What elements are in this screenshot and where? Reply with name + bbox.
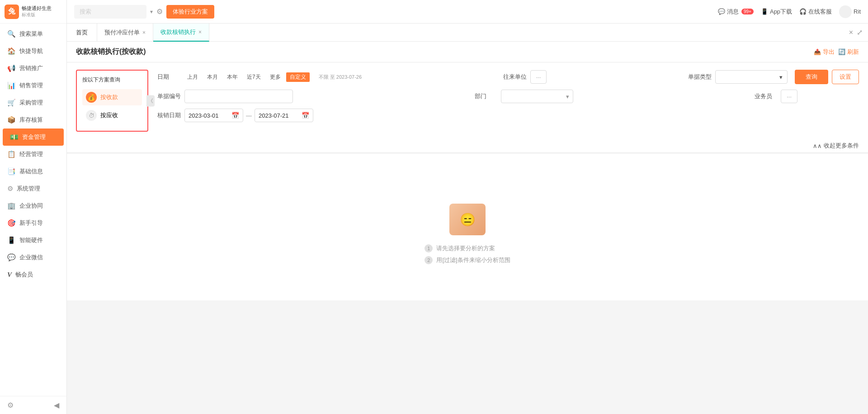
sidebar-item-finance[interactable]: 💵 资金管理: [3, 128, 64, 146]
sidebar-item-label: 智能硬件: [19, 236, 43, 244]
doc-type-chevron-icon: ▾: [779, 74, 783, 81]
sidebar-item-marketing[interactable]: 📢 营销推广: [0, 60, 66, 77]
sidebar-item-basic-info[interactable]: 📑 基础信息: [0, 163, 66, 180]
doc-type-label: 单据类型: [688, 73, 712, 81]
empty-hint-2: 2 用[过滤]条件来缩小分析范围: [425, 256, 510, 264]
tab-prepay[interactable]: 预付冲应付单 ×: [97, 24, 153, 42]
tab-expand-icon[interactable]: ⤢: [857, 28, 863, 37]
sidebar-item-smart-hw[interactable]: 📱 智能硬件: [0, 232, 66, 249]
collapse-more-area: ∧∧ 收起更多条件: [67, 139, 868, 152]
message-btn[interactable]: 💬 消息 99+: [718, 8, 754, 16]
home-icon: 🏠: [7, 47, 16, 55]
chevron-up-icon: ∧∧: [813, 143, 822, 149]
calendar-start-icon: 📅: [231, 112, 239, 119]
filter-panel-collapse-btn[interactable]: 《: [146, 95, 155, 106]
doc-type-select[interactable]: ▾: [715, 70, 788, 84]
sidebar-item-label: 经营管理: [19, 150, 43, 158]
message-icon: 💬: [718, 8, 725, 15]
sidebar-item-label: 系统管理: [17, 185, 40, 193]
tab-home[interactable]: 首页: [67, 24, 97, 42]
collapse-left-icon: 《: [148, 97, 153, 104]
sidebar-item-inventory[interactable]: 📦 库存核算: [0, 111, 66, 128]
filter-option-receipt[interactable]: 💰 按收款: [82, 89, 142, 105]
wechat-icon: 💬: [7, 253, 16, 262]
sidebar-item-wechat[interactable]: 💬 企业微信: [0, 249, 66, 266]
dept-select[interactable]: ▾: [501, 90, 573, 103]
sidebar-item-quick-nav[interactable]: 🏠 快捷导航: [0, 43, 66, 60]
date-tab-custom[interactable]: 自定义: [286, 72, 310, 82]
basic-info-icon: 📑: [7, 167, 16, 176]
sidebar-item-vip[interactable]: V 畅会员: [0, 266, 66, 283]
date-tab-upper[interactable]: 上月: [184, 72, 202, 82]
form-action-btns: 查询 设置: [795, 70, 859, 84]
topbar: 搜索 ▾ ⚙ 体验行业方案 💬 消息 99+ 📱 App下载 🎧 在线客服 Ri: [67, 0, 868, 24]
sidebar-item-operation[interactable]: 📋 经营管理: [0, 146, 66, 163]
sidebar-item-label: 销售管理: [19, 81, 43, 90]
page: 收款核销执行(按收款) 📤 导出 🔄 刷新 按以下方案查询: [67, 42, 868, 300]
app-download-btn[interactable]: 📱 App下载: [761, 8, 792, 16]
query-btn[interactable]: 查询: [795, 70, 828, 84]
tab-close-all-icon[interactable]: ×: [849, 29, 853, 37]
verify-date-end[interactable]: 2023-07-21 📅: [255, 109, 313, 122]
sidebar-collapse-icon[interactable]: ◀: [54, 401, 59, 409]
main-area: 搜索 ▾ ⚙ 体验行业方案 💬 消息 99+ 📱 App下载 🎧 在线客服 Ri: [67, 0, 868, 414]
sidebar: 兔 畅捷通好生意 标准版 🔍 搜索菜单 🏠 快捷导航 📢 营销推广 📊 销售管理…: [0, 0, 67, 414]
sidebar-item-purchase[interactable]: 🛒 采购管理: [0, 94, 66, 111]
sidebar-item-enterprise[interactable]: 🏢 企业协同: [0, 197, 66, 214]
page-title: 收款核销执行(按收款): [76, 47, 146, 57]
divider: [67, 152, 868, 153]
sidebar-item-label: 资金管理: [22, 133, 46, 141]
query-form: 日期 上月 本月 本年 近7天 更多 自定义 不限 至 2023-0: [157, 70, 859, 132]
date-sub-label: 不限 至 2023-07-26: [319, 74, 362, 81]
staff-label: 业务员: [755, 92, 777, 100]
user-area[interactable]: Rit: [839, 5, 861, 18]
app-edition: 标准版: [22, 12, 52, 18]
tab-receipts[interactable]: 收款核销执行 ×: [153, 24, 209, 42]
sidebar-item-guide[interactable]: 🎯 新手引导: [0, 214, 66, 232]
solution-btn[interactable]: 体验行业方案: [166, 5, 214, 19]
search-icon: 🔍: [7, 30, 16, 38]
sidebar-item-search[interactable]: 🔍 搜索菜单: [0, 25, 66, 43]
sidebar-item-label: 企业协同: [19, 202, 43, 210]
form-row-2: 单据编号 部门 ▾ 业务员: [157, 90, 859, 103]
date-tab-current[interactable]: 本月: [203, 72, 222, 82]
user-avatar: [839, 5, 852, 18]
topbar-search-box[interactable]: 搜索: [74, 5, 146, 19]
settings-form-btn[interactable]: 设置: [832, 70, 859, 84]
sidebar-item-label: 采购管理: [19, 99, 43, 107]
date-tab-year[interactable]: 本年: [223, 72, 241, 82]
refresh-btn[interactable]: 🔄 刷新: [838, 48, 859, 56]
export-btn[interactable]: 📤 导出: [814, 48, 835, 56]
sidebar-item-sales[interactable]: 📊 销售管理: [0, 77, 66, 94]
tabbar: 首页 预付冲应付单 × 收款核销执行 × × ⤢: [67, 24, 868, 42]
date-tab-more[interactable]: 更多: [266, 72, 284, 82]
partner-input[interactable]: ···: [530, 70, 547, 84]
dept-label: 部门: [475, 92, 497, 100]
page-header: 收款核销执行(按收款) 📤 导出 🔄 刷新: [67, 42, 868, 62]
topbar-gear-icon[interactable]: ⚙: [156, 7, 163, 16]
staff-input[interactable]: ···: [781, 90, 797, 103]
system-icon: ⚙: [7, 185, 13, 193]
collapse-more-btn[interactable]: ∧∧ 收起更多条件: [813, 142, 859, 150]
doc-no-input[interactable]: [184, 90, 293, 103]
doc-no-label: 单据编号: [157, 92, 181, 100]
verify-date-start[interactable]: 2023-03-01 📅: [184, 109, 243, 122]
doc-no-field: 单据编号: [157, 90, 293, 103]
tab-receipts-close-icon[interactable]: ×: [198, 29, 202, 35]
empty-illustration: 😑: [440, 190, 495, 235]
date-tab-7days[interactable]: 近7天: [243, 72, 264, 82]
sidebar-item-label: 企业微信: [19, 253, 43, 262]
filter-option-payable[interactable]: ⏱ 按应收: [82, 107, 142, 124]
dept-field: 部门 ▾: [475, 90, 573, 103]
tab-prepay-close-icon[interactable]: ×: [142, 29, 146, 36]
topbar-right: 💬 消息 99+ 📱 App下载 🎧 在线客服 Rit: [718, 5, 861, 18]
guide-icon: 🎯: [7, 219, 16, 227]
inventory-icon: 📦: [7, 116, 16, 124]
sidebar-settings-icon[interactable]: ⚙: [7, 401, 14, 409]
online-service-btn[interactable]: 🎧 在线客服: [799, 8, 832, 16]
date-label: 日期: [157, 73, 180, 81]
sidebar-item-system[interactable]: ⚙ 系统管理: [0, 180, 66, 197]
tab-home-label: 首页: [76, 29, 88, 37]
date-tabs: 上月 本月 本年 近7天 更多 自定义: [184, 72, 310, 82]
topbar-chevron-icon[interactable]: ▾: [150, 9, 153, 15]
